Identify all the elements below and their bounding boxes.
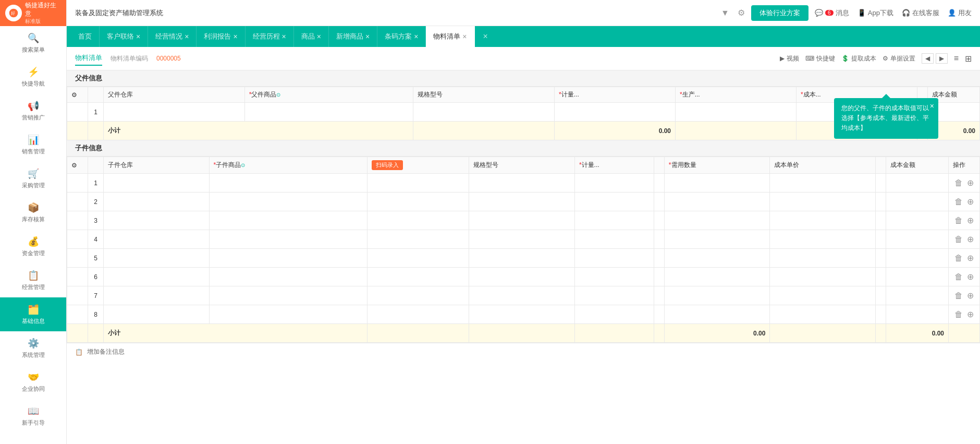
child-row8-unit-cost[interactable] (770, 305, 876, 324)
trial-button[interactable]: 体验行业方案 (751, 5, 808, 21)
child-row5-unit-cost[interactable] (770, 249, 876, 268)
child-row2-unit-cost[interactable] (770, 193, 876, 211)
child-row6-goods[interactable] (209, 268, 368, 286)
parent-row1-spec[interactable] (413, 103, 555, 122)
child-row3-warehouse[interactable] (104, 211, 210, 230)
tab-bom[interactable]: 物料清单 × (426, 26, 474, 47)
tab-newgoods[interactable]: 新增商品 × (329, 26, 377, 47)
child-row4-spec[interactable] (469, 230, 575, 249)
child-row5-qty[interactable] (574, 249, 654, 268)
child-row7-copy-icon[interactable]: ⊕ (967, 291, 974, 301)
tab-customer[interactable]: 客户联络 × (100, 26, 148, 47)
action-single-setting[interactable]: ⚙ 单据设置 (883, 54, 915, 63)
bottom-text[interactable]: 增加备注信息 (87, 347, 125, 356)
child-row2-qty[interactable] (574, 193, 654, 211)
child-row4-qty[interactable] (574, 230, 654, 249)
th-parent-gear[interactable]: ⚙ (67, 87, 88, 103)
child-row5-need-qty[interactable] (664, 249, 770, 268)
child-row8-delete-icon[interactable]: 🗑 (954, 310, 963, 319)
child-row1-copy-icon[interactable]: ⊕ (967, 178, 974, 188)
child-row2-warehouse[interactable] (104, 193, 210, 211)
tab-history-close[interactable]: × (282, 33, 286, 40)
child-row6-warehouse[interactable] (104, 268, 210, 286)
child-row1-spec[interactable] (469, 174, 575, 193)
child-row6-qty[interactable] (574, 268, 654, 286)
child-row4-delete-icon[interactable]: 🗑 (954, 235, 963, 244)
user-item[interactable]: 👤 用友 (948, 8, 972, 18)
sidebar-item-finance[interactable]: 💰 资金管理 (0, 230, 66, 263)
tab-bom-close[interactable]: × (462, 33, 467, 40)
child-row2-spec[interactable] (469, 193, 575, 211)
dropdown-arrow-icon[interactable]: ▼ (721, 8, 729, 18)
tab-barcode[interactable]: 条码方案 × (377, 26, 426, 47)
tab-operations-close[interactable]: × (185, 33, 189, 40)
child-row5-goods[interactable] (209, 249, 368, 268)
tab-goods-close[interactable]: × (317, 33, 321, 40)
child-row7-goods[interactable] (209, 286, 368, 305)
sidebar-item-stock[interactable]: 📦 库存核算 (0, 196, 66, 230)
parent-row1-warehouse[interactable] (104, 103, 245, 122)
parent-row1-goods[interactable] (244, 103, 413, 122)
tab-operations[interactable]: 经营情况 × (148, 26, 197, 47)
child-row7-warehouse[interactable] (104, 286, 210, 305)
child-row5-spec[interactable] (469, 249, 575, 268)
child-row2-goods[interactable] (209, 193, 368, 211)
child-row2-copy-icon[interactable]: ⊕ (967, 197, 974, 207)
child-row5-warehouse[interactable] (104, 249, 210, 268)
scan-input-button[interactable]: 扫码录入 (372, 160, 403, 170)
child-row4-need-qty[interactable] (664, 230, 770, 249)
child-row1-warehouse[interactable] (104, 174, 210, 193)
child-row3-spec[interactable] (469, 211, 575, 230)
child-row4-unit-cost[interactable] (770, 230, 876, 249)
next-page-button[interactable]: ▶ (936, 53, 948, 64)
child-row6-copy-icon[interactable]: ⊕ (967, 272, 974, 282)
tab-profit-close[interactable]: × (233, 33, 237, 40)
sidebar-item-sys[interactable]: ⚙️ 系统管理 (0, 331, 66, 365)
child-row8-warehouse[interactable] (104, 305, 210, 324)
child-row1-need-qty[interactable] (664, 174, 770, 193)
child-row1-qty[interactable] (574, 174, 654, 193)
child-row2-need-qty[interactable] (664, 193, 770, 211)
tab-customer-close[interactable]: × (136, 33, 140, 40)
tab-profit[interactable]: 利润报告 × (197, 26, 245, 47)
grid-button[interactable]: ⊞ (965, 54, 972, 64)
sidebar-item-quicknav[interactable]: ⚡ 快捷导航 (0, 60, 66, 94)
sidebar-item-search[interactable]: 🔍 搜索菜单 (0, 26, 66, 60)
close-all-button[interactable]: × (483, 32, 488, 41)
sidebar-item-basic[interactable]: 🗂️ 基础信息 (0, 297, 66, 331)
sidebar-item-guide[interactable]: 📖 新手引导 (0, 399, 66, 433)
child-row7-unit-cost[interactable] (770, 286, 876, 305)
settings-icon[interactable]: ⚙ (738, 8, 745, 18)
app-download-item[interactable]: 📱 App下载 (858, 8, 893, 18)
action-cost[interactable]: 💲 提取成本 (841, 54, 876, 63)
child-row3-unit-cost[interactable] (770, 211, 876, 230)
child-row4-goods[interactable] (209, 230, 368, 249)
th-child-gear[interactable]: ⚙ (67, 157, 88, 174)
sidebar-item-ops[interactable]: 📋 经营管理 (0, 263, 66, 297)
sidebar-item-purchase[interactable]: 🛒 采购管理 (0, 162, 66, 196)
child-row3-qty[interactable] (574, 211, 654, 230)
child-row7-need-qty[interactable] (664, 286, 770, 305)
child-row8-qty[interactable] (574, 305, 654, 324)
tab-newgoods-close[interactable]: × (365, 33, 370, 40)
child-row4-copy-icon[interactable]: ⊕ (967, 234, 974, 244)
child-row8-goods[interactable] (209, 305, 368, 324)
child-row1-goods[interactable] (209, 174, 368, 193)
child-row6-delete-icon[interactable]: 🗑 (954, 272, 963, 282)
layout-button[interactable]: ≡ (954, 54, 959, 63)
child-row8-need-qty[interactable] (664, 305, 770, 324)
tab-home[interactable]: 首页 (71, 26, 100, 47)
child-row7-delete-icon[interactable]: 🗑 (954, 291, 963, 301)
th-child-scan[interactable]: 扫码录入 (368, 157, 469, 174)
child-row1-delete-icon[interactable]: 🗑 (954, 178, 963, 188)
child-row1-unit-cost[interactable] (770, 174, 876, 193)
child-row3-delete-icon[interactable]: 🗑 (954, 216, 963, 225)
sidebar-item-coop[interactable]: 🤝 企业协同 (0, 365, 66, 399)
tooltip-close-button[interactable]: × (930, 100, 934, 112)
prev-page-button[interactable]: ◀ (922, 53, 934, 64)
child-row6-unit-cost[interactable] (770, 268, 876, 286)
child-row8-spec[interactable] (469, 305, 575, 324)
sidebar-item-sales[interactable]: 📊 销售管理 (0, 128, 66, 162)
tab-goods[interactable]: 商品 × (294, 26, 329, 47)
child-row7-qty[interactable] (574, 286, 654, 305)
